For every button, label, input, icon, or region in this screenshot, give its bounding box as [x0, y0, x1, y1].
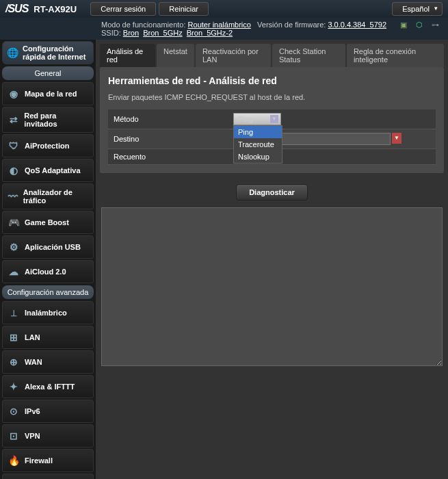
sidebar-item[interactable]: ◐QoS Adaptativa: [2, 159, 94, 182]
output-textarea[interactable]: [101, 207, 443, 366]
tab[interactable]: Check Station Status: [272, 44, 345, 67]
chevron-down-icon: ▼: [270, 115, 278, 123]
sidebar-item-label: Analizador de tráfico: [23, 188, 89, 205]
tab[interactable]: Reactivación por LAN: [196, 44, 271, 67]
sidebar-item[interactable]: ⊕WAN: [2, 350, 94, 374]
brand-logo: /SUS: [5, 3, 28, 15]
sidebar-item[interactable]: ✦Alexa & IFTTT: [2, 375, 94, 398]
usb-icon[interactable]: ⊶: [432, 21, 441, 30]
sidebar-item-label: WAN: [25, 358, 42, 366]
panel-desc: Enviar paquetes ICMP ECHO_REQUEST al hos…: [108, 93, 436, 101]
sidebar-item-label: AiCloud 2.0: [25, 268, 66, 276]
ssid-link-1[interactable]: Bron_5GHz: [143, 29, 182, 37]
sidebar-item[interactable]: 〰Analizador de tráfico: [2, 183, 94, 209]
nav-icon: 🛡: [7, 139, 21, 153]
sidebar-item[interactable]: ⊙IPv6: [2, 400, 94, 423]
tab[interactable]: Regla de conexión inteligente: [347, 44, 444, 67]
method-option-traceroute[interactable]: Traceroute: [234, 138, 282, 151]
nav-icon: ◐: [7, 164, 21, 177]
dest-label: Destino: [114, 135, 233, 143]
globe-icon: 🌐: [7, 46, 18, 60]
sidebar-quick-setup[interactable]: 🌐 Configuración rápida de Internet: [2, 41, 94, 64]
method-select[interactable]: Ping ▼: [233, 113, 281, 125]
nav-icon: 〰: [7, 190, 19, 203]
sidebar-item[interactable]: 🎮Game Boost: [2, 211, 94, 234]
sidebar-item[interactable]: ◉Mapa de la red: [2, 82, 94, 105]
sidebar-advanced-header: Configuración avanzada: [2, 285, 94, 299]
method-dropdown: Ping Traceroute Nslookup: [233, 125, 282, 164]
sidebar-item-label: Configuración rápida de Internet: [23, 44, 89, 61]
sidebar-item[interactable]: ⊞LAN: [2, 326, 94, 349]
tab[interactable]: Análisis de red: [100, 44, 155, 67]
sidebar-item[interactable]: 🛡AiProtection: [2, 134, 94, 157]
nav-icon: ✦: [7, 380, 21, 393]
sidebar-item-label: Alexa & IFTTT: [25, 383, 75, 391]
mode-link[interactable]: Router inalámbrico: [188, 21, 251, 29]
nav-icon: ⊕: [7, 355, 21, 369]
model-name: RT-AX92U: [34, 4, 77, 14]
sidebar-item-label: Aplicación USB: [25, 243, 81, 251]
method-option-ping[interactable]: Ping: [234, 126, 282, 138]
panel-title: Herramientas de red - Análisis de red: [108, 75, 436, 86]
logout-button[interactable]: Cerrar sesión: [90, 2, 156, 16]
sidebar-item[interactable]: ⚒Administración: [2, 474, 94, 479]
firmware-link[interactable]: 3.0.0.4.384_5792: [328, 21, 386, 29]
nav-icon: ◉: [7, 87, 21, 101]
sidebar-item-label: Red para invitados: [24, 112, 89, 128]
sidebar-item[interactable]: ⟂Inalámbrico: [2, 301, 94, 324]
method-label: Método: [114, 115, 233, 123]
nav-icon: ⊡: [7, 429, 21, 443]
nav-icon: ⟂: [7, 306, 21, 320]
sidebar-item-label: AiProtection: [25, 142, 69, 150]
sidebar-item[interactable]: ⊡VPN: [2, 424, 94, 448]
count-label: Recuento: [114, 153, 233, 161]
sidebar-item-label: VPN: [25, 432, 40, 440]
sidebar-item[interactable]: ⚙Aplicación USB: [2, 235, 94, 259]
sidebar-item-label: Firewall: [25, 456, 53, 465]
sidebar-item-label: IPv6: [25, 407, 40, 415]
nav-icon: 🎮: [7, 216, 21, 229]
nav-icon: ⇄: [7, 113, 20, 127]
tab[interactable]: Netstat: [157, 44, 194, 67]
info-bar: Modo de funcionamiento: Router inalámbri…: [0, 18, 448, 40]
sidebar-item-label: Inalámbrico: [25, 309, 67, 317]
nav-icon: 🔥: [7, 454, 21, 467]
ssid-link-0[interactable]: Bron: [123, 29, 139, 37]
sidebar-item-label: Mapa de la red: [25, 90, 77, 98]
nav-icon: ⊞: [7, 331, 21, 344]
reboot-button[interactable]: Reiniciar: [159, 2, 209, 16]
sidebar-item-label: QoS Adaptativa: [25, 166, 81, 174]
language-select[interactable]: Español: [392, 2, 443, 16]
dest-dropdown-toggle[interactable]: ▼: [392, 133, 401, 144]
method-option-nslookup[interactable]: Nslookup: [234, 151, 282, 163]
app-icon[interactable]: ▣: [400, 21, 410, 30]
nav-icon: ⚙: [7, 240, 21, 254]
sidebar-item[interactable]: ⇄Red para invitados: [2, 107, 94, 133]
nav-icon: ☁: [7, 265, 21, 279]
sidebar-item[interactable]: ☁AiCloud 2.0: [2, 260, 94, 283]
sidebar: 🌐 Configuración rápida de Internet Gener…: [0, 40, 96, 479]
aimesh-icon[interactable]: ⬡: [416, 21, 425, 30]
nav-icon: ⊙: [7, 404, 21, 418]
sidebar-item[interactable]: 🔥Firewall: [2, 449, 94, 472]
ssid-link-2[interactable]: Bron_5GHz-2: [187, 29, 233, 37]
sidebar-item-label: Game Boost: [25, 218, 69, 226]
sidebar-item-label: LAN: [25, 333, 40, 341]
sidebar-general-header: General: [2, 66, 94, 80]
diagnose-button[interactable]: Diagnosticar: [236, 184, 308, 200]
